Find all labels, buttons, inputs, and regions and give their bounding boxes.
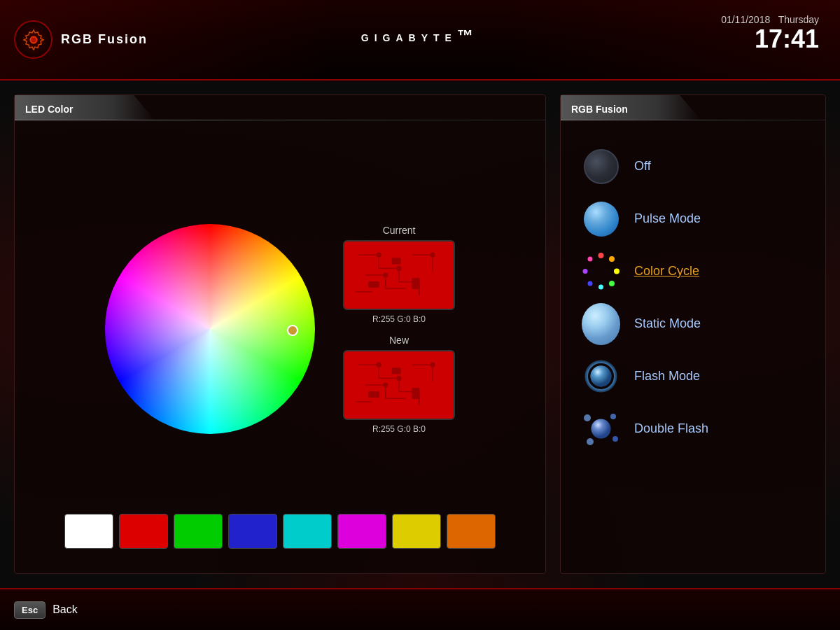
svg-point-47 — [588, 281, 593, 286]
color-wheel-cursor — [287, 325, 298, 336]
svg-point-57 — [584, 414, 591, 421]
svg-point-49 — [588, 257, 593, 262]
led-panel-title-bar: LED Color — [15, 95, 545, 120]
svg-point-16 — [397, 266, 401, 270]
off-icon — [582, 147, 620, 186]
swatch-orange[interactable] — [447, 514, 496, 549]
svg-point-42 — [598, 253, 604, 258]
esc-button[interactable]: Esc — [14, 601, 46, 619]
svg-point-43 — [609, 256, 615, 262]
new-color-preview: New — [343, 335, 455, 434]
static-circle-icon — [582, 303, 620, 345]
datetime-display: 01/11/2018 Thursday 17:41 — [721, 14, 819, 52]
off-label: Off — [634, 159, 651, 174]
mode-list: Off Pulse Mode — [575, 144, 811, 451]
svg-point-36 — [397, 376, 401, 380]
gear-icon — [14, 20, 52, 59]
double-flash-label: Double Flash — [634, 421, 708, 436]
rgb-panel-title: RGB Fusion — [571, 104, 628, 115]
svg-rect-19 — [392, 258, 400, 264]
mode-static[interactable]: Static Mode — [575, 302, 811, 346]
svg-point-18 — [430, 253, 435, 257]
color-wheel-container: Current — [105, 144, 455, 514]
rgb-panel-title-bar: RGB Fusion — [561, 95, 825, 120]
svg-point-1 — [31, 38, 36, 42]
off-circle-icon — [584, 149, 619, 184]
time-display: 17:41 — [755, 24, 819, 53]
svg-point-54 — [591, 366, 612, 387]
svg-rect-40 — [412, 388, 419, 398]
back-label: Back — [52, 603, 78, 616]
new-color-value: R:255 G:0 B:0 — [372, 424, 426, 434]
svg-rect-41 — [369, 391, 379, 397]
svg-rect-39 — [392, 368, 400, 374]
led-color-panel: LED Color Current — [14, 94, 546, 574]
app-name-label: RGB Fusion — [61, 32, 148, 47]
swatch-red[interactable] — [119, 514, 168, 549]
flash-icon — [582, 357, 620, 396]
svg-point-37 — [384, 383, 388, 387]
new-label: New — [389, 335, 409, 346]
bottom-bar: Esc Back — [0, 588, 840, 630]
mode-flash[interactable]: Flash Mode — [575, 354, 811, 398]
flash-icon-svg — [582, 357, 620, 396]
new-color-box[interactable] — [343, 350, 455, 420]
svg-point-15 — [377, 253, 381, 257]
svg-point-60 — [587, 438, 594, 445]
svg-point-56 — [592, 419, 611, 439]
new-circuit-pattern — [344, 351, 454, 419]
color-swatches — [64, 514, 496, 559]
panel-title-line — [15, 120, 545, 120]
color-preview-panel: Current — [343, 225, 455, 434]
mode-double-flash[interactable]: Double Flash — [575, 407, 811, 451]
static-label: Static Mode — [634, 316, 701, 331]
mode-off[interactable]: Off — [575, 144, 811, 188]
pulse-icon — [582, 200, 620, 238]
pulse-circle-icon — [584, 202, 619, 237]
svg-point-59 — [612, 436, 618, 442]
svg-point-46 — [598, 285, 603, 290]
current-circuit-pattern — [344, 241, 454, 309]
color-cycle-dots-icon — [582, 252, 620, 290]
header-left: RGB Fusion — [14, 20, 148, 59]
rgb-panel-title-line — [561, 120, 825, 120]
current-color-box[interactable] — [343, 240, 455, 310]
brand-name: GIGABYTE™ — [361, 31, 479, 52]
color-cycle-icon — [582, 252, 620, 290]
current-label: Current — [383, 225, 416, 236]
svg-rect-21 — [369, 281, 379, 287]
rgb-fusion-panel: RGB Fusion Off Pulse Mode — [560, 94, 826, 574]
led-panel-title: LED Color — [25, 104, 73, 115]
swatch-magenta[interactable] — [337, 514, 386, 549]
double-flash-dots-icon — [582, 410, 620, 448]
swatch-yellow[interactable] — [392, 514, 441, 549]
date-display: 01/11/2018 Thursday — [721, 14, 819, 25]
color-wheel[interactable] — [105, 224, 315, 434]
swatch-green[interactable] — [174, 514, 223, 549]
mode-pulse[interactable]: Pulse Mode — [575, 197, 811, 241]
pulse-label: Pulse Mode — [634, 211, 701, 226]
header: RGB Fusion GIGABYTE™ 01/11/2018 Thursday… — [0, 0, 840, 80]
svg-point-44 — [614, 269, 620, 274]
brand-logo: GIGABYTE™ — [361, 26, 479, 52]
main-content: LED Color Current — [0, 80, 840, 588]
svg-point-48 — [583, 269, 588, 274]
svg-point-45 — [609, 281, 615, 286]
swatch-cyan[interactable] — [283, 514, 332, 549]
swatch-blue[interactable] — [228, 514, 277, 549]
color-cycle-label: Color Cycle — [634, 264, 699, 279]
svg-rect-20 — [412, 278, 419, 288]
svg-point-17 — [384, 273, 388, 277]
current-color-value: R:255 G:0 B:0 — [372, 314, 426, 324]
mode-color-cycle[interactable]: Color Cycle — [575, 249, 811, 293]
static-icon — [582, 304, 620, 343]
svg-point-38 — [430, 363, 435, 367]
double-flash-icon — [582, 410, 620, 448]
svg-point-35 — [377, 363, 381, 367]
swatch-white[interactable] — [64, 514, 113, 549]
flash-label: Flash Mode — [634, 369, 700, 384]
svg-point-58 — [610, 414, 616, 419]
current-color-preview: Current — [343, 225, 455, 324]
